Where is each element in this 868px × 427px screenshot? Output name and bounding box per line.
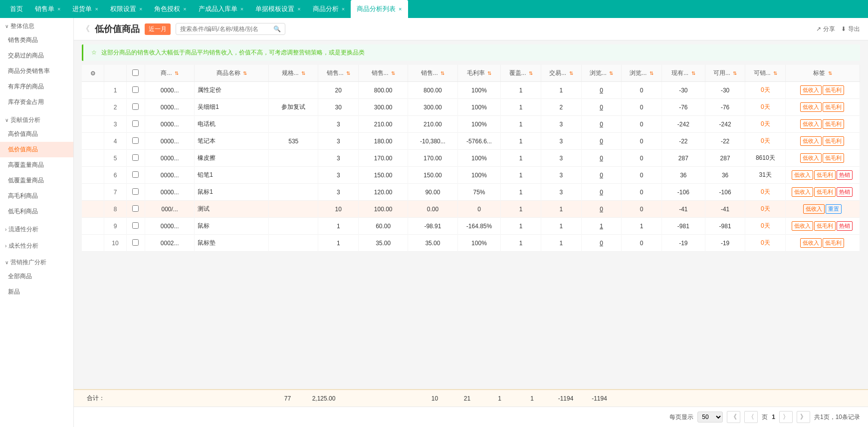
sidebar-item-低价值商品[interactable]: 低价值商品	[0, 142, 73, 157]
nav-tab-商品分析[interactable]: 商品分析 ×	[307, 0, 351, 18]
td-browse1[interactable]: 0	[581, 184, 622, 201]
sidebar-section-title-整体信息[interactable]: ∨ 整体信息	[0, 18, 73, 32]
date-filter-button[interactable]: 近一月	[145, 23, 171, 35]
td-checkbox[interactable]	[126, 184, 145, 201]
browse1-link[interactable]: 0	[600, 87, 603, 94]
nav-home[interactable]: 首页	[4, 4, 29, 13]
th-tag[interactable]: 标签 ⇅	[786, 65, 860, 82]
sidebar-item-有库序的商品[interactable]: 有库序的商品	[0, 79, 73, 94]
th-sale-amt[interactable]: 销售... ⇅	[359, 65, 408, 82]
th-avail[interactable]: 可用... ⇅	[705, 65, 745, 82]
th-sale-qty[interactable]: 销售... ⇅	[318, 65, 359, 82]
nav-tab-权限设置[interactable]: 权限设置 ×	[104, 0, 148, 18]
row-checkbox[interactable]	[132, 154, 139, 161]
row-checkbox[interactable]	[132, 239, 139, 246]
sidebar-section-title-贡献值分析[interactable]: ∨ 贡献值分析	[0, 112, 73, 126]
browse1-link[interactable]: 0	[600, 104, 603, 111]
th-current[interactable]: 现有... ⇅	[661, 65, 705, 82]
sidebar-section-title-流通性分析[interactable]: › 流通性分析	[0, 221, 73, 236]
close-icon[interactable]: ×	[297, 6, 300, 12]
th-settings[interactable]: ⚙	[82, 65, 104, 82]
last-page-button[interactable]: 》	[797, 411, 810, 423]
td-checkbox[interactable]	[126, 133, 145, 150]
prev-page-button[interactable]: 〈	[744, 411, 758, 423]
td-checkbox[interactable]	[126, 99, 145, 116]
share-button[interactable]: ↗ 分享	[816, 25, 835, 33]
td-browse1[interactable]: 0	[581, 235, 622, 252]
sidebar-item-低覆盖量商品[interactable]: 低覆盖量商品	[0, 173, 73, 188]
close-icon[interactable]: ×	[95, 6, 98, 12]
sidebar-item-低毛利商品[interactable]: 低毛利商品	[0, 204, 73, 219]
next-page-button[interactable]: 〉	[779, 411, 793, 423]
td-browse1[interactable]: 0	[581, 150, 622, 167]
th-cover[interactable]: 覆盖... ⇅	[501, 65, 541, 82]
td-browse1[interactable]: 0	[581, 201, 622, 218]
close-icon[interactable]: ×	[399, 6, 402, 12]
td-checkbox[interactable]	[126, 82, 145, 99]
browse1-link[interactable]: 0	[600, 172, 603, 179]
sidebar-item-销售类商品[interactable]: 销售类商品	[0, 32, 73, 48]
browse1-link[interactable]: 0	[600, 121, 603, 128]
sidebar-section-title-营销推广分析[interactable]: ∨ 营销推广分析	[0, 254, 73, 269]
td-checkbox[interactable]	[126, 116, 145, 133]
td-browse1[interactable]: 0	[581, 82, 622, 99]
sidebar-item-新品[interactable]: 新品	[0, 284, 73, 300]
nav-tab-角色授权[interactable]: 角色授权 ×	[148, 0, 192, 18]
th-code[interactable]: 商... ⇅	[145, 65, 195, 82]
close-icon[interactable]: ×	[139, 6, 142, 12]
sidebar-item-高价值商品[interactable]: 高价值商品	[0, 126, 73, 142]
browse1-link[interactable]: 0	[600, 189, 603, 196]
sidebar-collapse-button[interactable]: 《	[82, 24, 90, 34]
nav-tab-商品分析列表[interactable]: 商品分析列表 ×	[351, 0, 408, 18]
browse1-link[interactable]: 0	[600, 240, 603, 247]
search-input[interactable]	[180, 25, 271, 32]
close-icon[interactable]: ×	[342, 6, 345, 12]
nav-tab-销售单[interactable]: 销售单 ×	[29, 0, 66, 18]
td-checkbox[interactable]	[126, 167, 145, 184]
td-browse1[interactable]: 0	[581, 133, 622, 150]
row-checkbox[interactable]	[132, 222, 139, 229]
th-name[interactable]: 商品名称 ⇅	[195, 65, 269, 82]
browse1-link[interactable]: 0	[600, 155, 603, 162]
td-checkbox[interactable]	[126, 150, 145, 167]
row-checkbox[interactable]	[132, 86, 139, 93]
th-trade[interactable]: 交易... ⇅	[541, 65, 582, 82]
browse1-link[interactable]: 1	[600, 223, 603, 230]
row-checkbox[interactable]	[132, 137, 139, 144]
nav-tab-产成品入库单[interactable]: 产成品入库单 ×	[193, 0, 249, 18]
row-checkbox[interactable]	[132, 205, 139, 212]
select-all-checkbox[interactable]	[132, 69, 139, 76]
th-browse2[interactable]: 浏览... ⇅	[622, 65, 662, 82]
close-icon[interactable]: ×	[57, 6, 60, 12]
sidebar-item-高覆盖量商品[interactable]: 高覆盖量商品	[0, 157, 73, 173]
sidebar-item-高毛利商品[interactable]: 高毛利商品	[0, 188, 73, 204]
td-checkbox[interactable]	[126, 218, 145, 235]
export-button[interactable]: ⬇ 导出	[841, 25, 860, 33]
row-checkbox[interactable]	[132, 171, 139, 178]
td-browse1[interactable]: 0	[581, 99, 622, 116]
td-browse1[interactable]: 1	[581, 218, 622, 235]
nav-tab-进货单[interactable]: 进货单 ×	[66, 0, 104, 18]
close-icon[interactable]: ×	[183, 6, 186, 12]
sidebar-item-全部商品[interactable]: 全部商品	[0, 269, 73, 284]
nav-tab-单据模板设置[interactable]: 单据模板设置 ×	[249, 0, 306, 18]
page-size-select[interactable]: 50 100 200	[697, 412, 723, 423]
sidebar-item-库存资金占用[interactable]: 库存资金占用	[0, 94, 73, 110]
th-checkbox[interactable]	[126, 65, 145, 82]
th-gross[interactable]: 毛利率 ⇅	[457, 65, 501, 82]
row-checkbox[interactable]	[132, 188, 139, 195]
sidebar-item-商品分类销售率[interactable]: 商品分类销售率	[0, 63, 73, 79]
first-page-button[interactable]: 《	[727, 411, 740, 423]
row-checkbox[interactable]	[132, 103, 139, 110]
th-spec[interactable]: 规格... ⇅	[269, 65, 318, 82]
td-checkbox[interactable]	[126, 201, 145, 218]
sidebar-item-交易过的商品[interactable]: 交易过的商品	[0, 48, 73, 63]
browse1-link[interactable]: 0	[600, 138, 603, 145]
td-checkbox[interactable]	[126, 235, 145, 252]
sidebar-section-title-成长性分析[interactable]: › 成长性分析	[0, 238, 73, 252]
th-sell[interactable]: 可销... ⇅	[745, 65, 786, 82]
th-sale-amt2[interactable]: 销售... ⇅	[408, 65, 457, 82]
close-icon[interactable]: ×	[240, 6, 243, 12]
browse1-link[interactable]: 0	[600, 206, 603, 213]
search-box[interactable]: 🔍	[176, 23, 285, 35]
